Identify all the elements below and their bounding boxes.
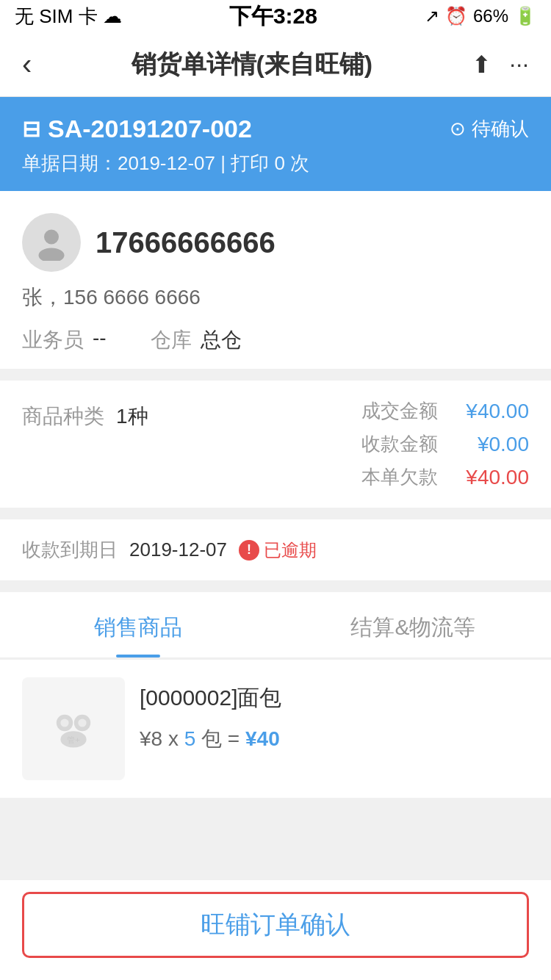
warehouse-value: 总仓: [201, 326, 242, 354]
summary-left: 商品种类 1种: [22, 398, 148, 430]
order-icon: ⊟: [22, 116, 40, 142]
svg-point-4: [60, 718, 68, 727]
status-text: 待确认: [472, 116, 529, 142]
customer-phone: 17666666666: [96, 226, 276, 259]
due-date-value: 2019-12-07: [129, 538, 227, 561]
sim-status: 无 SIM 卡 ☁: [15, 4, 122, 29]
bottom-bar: 旺铺订单确认: [0, 879, 551, 980]
tab-sales-products[interactable]: 销售商品: [0, 592, 276, 657]
overdue-icon: !: [239, 540, 259, 561]
order-id: ⊟ SA-20191207-002: [22, 115, 252, 143]
more-icon[interactable]: ···: [509, 51, 529, 78]
order-id-text: SA-20191207-002: [48, 115, 252, 143]
salesperson-label: 业务员: [22, 326, 84, 354]
salesperson-item: 业务员 --: [22, 326, 107, 354]
order-header: ⊟ SA-20191207-002 ⊙ 待确认 单据日期：2019-12-07 …: [0, 97, 551, 191]
product-price: ¥8 x 5 包 = ¥40: [140, 725, 529, 753]
balance-label: 本单欠款: [361, 464, 438, 490]
product-section: 管+ [0000002]面包 ¥8 x 5 包 = ¥40: [0, 660, 551, 798]
product-item: 管+ [0000002]面包 ¥8 x 5 包 = ¥40: [22, 677, 529, 780]
overdue-badge: ! 已逾期: [239, 538, 317, 562]
customer-meta: 业务员 -- 仓库 总仓: [22, 326, 529, 354]
overdue-text: 已逾期: [264, 538, 317, 562]
customer-row: 17666666666: [22, 213, 529, 272]
order-status: ⊙ 待确认: [450, 116, 529, 142]
share-icon[interactable]: ⬆: [472, 51, 491, 79]
status-bar-right: ↗ ⏰ 66% 🔋: [425, 6, 536, 26]
confirm-order-button[interactable]: 旺铺订单确认: [22, 892, 529, 958]
product-info: [0000002]面包 ¥8 x 5 包 = ¥40: [140, 677, 529, 753]
payment-row: 收款金额 ¥0.00: [361, 431, 529, 457]
tab-settlement[interactable]: 结算&物流等: [276, 592, 551, 657]
product-name: [0000002]面包: [140, 683, 529, 713]
location-icon: ↗: [425, 6, 439, 26]
status-bar-time: 下午3:28: [229, 1, 317, 32]
svg-point-5: [78, 718, 86, 727]
transaction-row: 成交金额 ¥40.00: [361, 398, 529, 424]
customer-section: 17666666666 张，156 6666 6666 业务员 -- 仓库 总仓: [0, 191, 551, 369]
due-date-label: 收款到期日: [22, 537, 118, 563]
tabs-bar: 销售商品 结算&物流等: [0, 592, 551, 658]
nav-right: ⬆ ···: [472, 51, 529, 79]
alarm-icon: ⏰: [445, 6, 467, 26]
status-bar-left: 无 SIM 卡 ☁: [15, 4, 122, 29]
product-type-count: 1种: [116, 403, 148, 430]
nav-left: ‹: [22, 48, 32, 81]
order-date: 单据日期：2019-12-07 | 打印 0 次: [22, 151, 529, 176]
salesperson-value: --: [93, 326, 107, 354]
tabs-section: 销售商品 结算&物流等: [0, 592, 551, 658]
nav-bar: ‹ 销货单详情(来自旺铺) ⬆ ···: [0, 32, 551, 97]
summary-section: 商品种类 1种 成交金额 ¥40.00 收款金额 ¥0.00 本单欠款 ¥40.…: [0, 381, 551, 508]
transaction-value: ¥40.00: [455, 400, 529, 423]
svg-point-0: [44, 230, 59, 245]
svg-point-1: [39, 248, 65, 262]
product-thumbnail: 管+: [22, 677, 125, 780]
customer-name: 张，156 6666 6666: [22, 284, 529, 311]
due-section: 收款到期日 2019-12-07 ! 已逾期: [0, 519, 551, 580]
battery-status: 66%: [473, 6, 508, 26]
balance-value: ¥40.00: [455, 466, 529, 489]
product-qty: 5: [184, 727, 196, 750]
transaction-label: 成交金额: [361, 398, 438, 424]
balance-row: 本单欠款 ¥40.00: [361, 464, 529, 490]
nav-title: 销货单详情(来自旺铺): [132, 48, 373, 82]
payment-value: ¥0.00: [455, 433, 529, 456]
back-button[interactable]: ‹: [22, 48, 32, 81]
warehouse-item: 仓库 总仓: [151, 326, 242, 354]
clock-icon: ⊙: [450, 118, 466, 140]
product-total: ¥40: [245, 727, 280, 750]
product-unit: 包: [201, 727, 222, 750]
customer-avatar: [22, 213, 81, 272]
battery-icon: 🔋: [514, 6, 536, 26]
payment-label: 收款金额: [361, 431, 438, 457]
svg-text:管+: 管+: [67, 735, 80, 744]
product-equals: =: [228, 727, 245, 750]
product-multiply: x: [168, 727, 184, 750]
status-bar: 无 SIM 卡 ☁ 下午3:28 ↗ ⏰ 66% 🔋: [0, 0, 551, 32]
product-unit-price: ¥8: [140, 727, 162, 750]
product-type-label: 商品种类: [22, 403, 104, 430]
summary-right: 成交金额 ¥40.00 收款金额 ¥0.00 本单欠款 ¥40.00: [361, 398, 529, 490]
warehouse-label: 仓库: [151, 326, 192, 354]
order-header-top: ⊟ SA-20191207-002 ⊙ 待确认: [22, 115, 529, 143]
